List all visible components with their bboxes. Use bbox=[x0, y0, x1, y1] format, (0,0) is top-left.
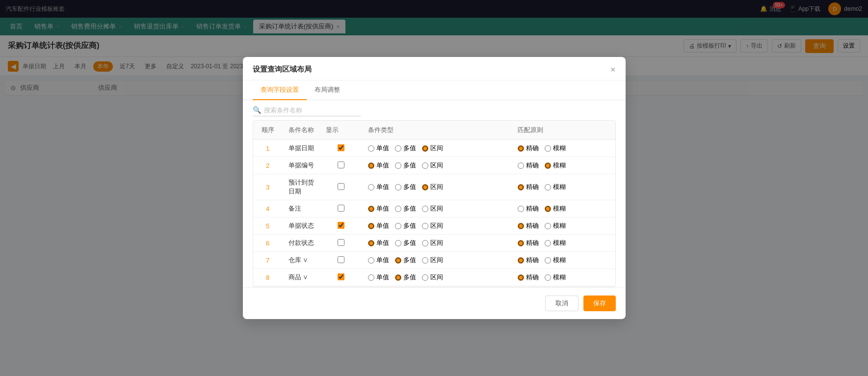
dialog-title: 设置查询区域布局 bbox=[253, 65, 312, 80]
dialog-tab-fields-label: 查询字段设置 bbox=[261, 86, 299, 93]
dialog-tab-fields[interactable]: 查询字段设置 bbox=[253, 81, 307, 100]
dialog-close-button[interactable]: × bbox=[610, 65, 616, 80]
dialog: 设置查询区域布局 × 查询字段设置 布局调整 🔍 顺序 bbox=[243, 57, 626, 100]
modal-overlay: 设置查询区域布局 × 查询字段设置 布局调整 🔍 顺序 bbox=[0, 0, 868, 100]
dialog-tab-layout-label: 布局调整 bbox=[315, 86, 340, 93]
dialog-tab-layout[interactable]: 布局调整 bbox=[307, 81, 348, 100]
dialog-header: 设置查询区域布局 × bbox=[243, 57, 626, 81]
dialog-tabs: 查询字段设置 布局调整 bbox=[243, 81, 626, 100]
